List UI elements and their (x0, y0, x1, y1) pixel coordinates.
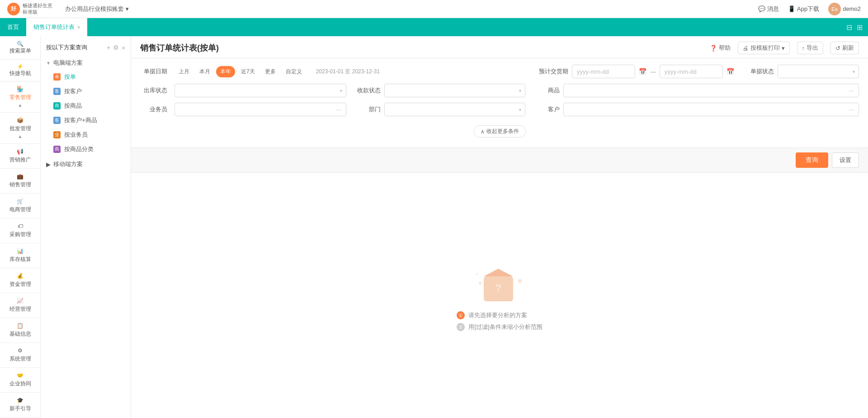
print-icon: 🖨 (743, 45, 749, 52)
minimize-button[interactable]: ⊟ (846, 23, 852, 32)
collapse-button[interactable]: ∧ 收起更多条件 (474, 125, 526, 138)
chevron-icon: ▲ (18, 134, 23, 139)
quick-nav-button[interactable]: ⚡ 快捷导航 (0, 60, 40, 81)
finance-icon: 💰 (17, 273, 24, 279)
calendar-icon-2[interactable]: 📅 (726, 68, 734, 75)
retail-icon: 🏪 (17, 86, 24, 92)
out-status-select-wrapper: ▾ (175, 84, 346, 97)
left-panel-header: 按以下方案查询 + ⚙ « (41, 41, 131, 54)
svg-point-4 (476, 273, 478, 275)
sidebar-item-inventory[interactable]: 📊 库存核算 (0, 243, 40, 268)
sidebar-item-retail[interactable]: 🏪 零售管理 ▲ (0, 81, 40, 113)
purchase-icon: 🏷 (18, 223, 23, 229)
enterprise-icon: 🤝 (17, 372, 24, 379)
goods-select[interactable]: ··· (563, 84, 859, 97)
collapse-row: ∧ 收起更多条件 (140, 122, 859, 141)
sidebar: 🔍 搜索菜单 ⚡ 快捷导航 🏪 零售管理 ▲ 📦 批发管理 ▲ 📢 营销推广 💼… (0, 36, 41, 418)
date-btn-this-month[interactable]: 本月 (195, 66, 214, 77)
status-select[interactable]: ▾ (778, 65, 859, 78)
calendar-icon[interactable]: 📅 (639, 68, 646, 75)
dept-select[interactable]: ▾ (384, 103, 525, 116)
customer-dots-icon: ··· (849, 106, 854, 113)
date-btn-this-year[interactable]: 本年 (216, 66, 235, 77)
inventory-icon: 📊 (17, 248, 24, 254)
out-status-select[interactable]: ▾ (175, 84, 346, 97)
scheme-item-by-customer-goods[interactable]: 客 按客户+商品 (41, 113, 131, 128)
scheme-item-by-goods[interactable]: 商 按商品 (41, 99, 131, 113)
scheme-icon-salesperson: 业 (53, 131, 61, 138)
download-link[interactable]: 📱 App下载 (788, 5, 819, 13)
logo-area: 好 畅捷通好生意 标准版 (7, 3, 52, 15)
tab-active[interactable]: 销售订单统计表 × (26, 18, 87, 36)
receipt-status-select[interactable]: ▾ (384, 84, 525, 97)
goods-dots-icon: ··· (849, 87, 854, 94)
hint-num-2: ② (457, 323, 465, 331)
pc-group-header[interactable]: ▼ 电脑端方案 (41, 56, 131, 70)
message-icon: 💬 (758, 5, 765, 12)
sidebar-item-guide[interactable]: 🎓 新手引导 (0, 393, 40, 418)
sidebar-item-purchase[interactable]: 🏷 采购管理 (0, 218, 40, 243)
sidebar-item-sales[interactable]: 💼 销售管理 (0, 169, 40, 194)
refresh-button[interactable]: ↺ 刷新 (830, 42, 859, 54)
scheme-icon-customer: 客 (53, 88, 61, 95)
sidebar-item-basic[interactable]: 📋 基础信息 (0, 318, 40, 343)
user-area[interactable]: Ea demo2 (828, 3, 861, 15)
empty-illustration: ? (470, 256, 529, 306)
mobile-group-header[interactable]: ▶ 移动端方案 (41, 157, 131, 171)
app-selector[interactable]: 办公用品行业模拟账套 ▾ (65, 5, 129, 13)
sidebar-item-system[interactable]: ⚙ 系统管理 (0, 343, 40, 368)
customer-input[interactable]: ··· (563, 103, 859, 116)
sidebar-item-marketing[interactable]: 📢 营销推广 (0, 144, 40, 169)
receipt-status-label: 收款状态 (354, 86, 381, 95)
date-btn-last-month[interactable]: 上月 (175, 66, 193, 77)
export-button[interactable]: ↑ 导出 (797, 42, 824, 54)
help-button[interactable]: ❓ 帮助 (710, 44, 731, 52)
empty-hint-2: ② 用[过滤]条件来缩小分析范围 (457, 323, 542, 331)
scheme-item-by-customer[interactable]: 客 按客户 (41, 84, 131, 99)
mobile-scheme-group: ▶ 移动端方案 (41, 157, 131, 171)
query-button[interactable]: 查询 (796, 152, 828, 168)
date-btn-7days[interactable]: 近7天 (237, 66, 259, 77)
filter-row-date: 单据日期 上月 本月 本年 近7天 更多 自定义 2023-01-01 至 20… (140, 65, 859, 78)
scheme-item-by-salesperson[interactable]: 业 按业务员 (41, 128, 131, 142)
collapse-panel-button[interactable]: « (122, 44, 125, 51)
system-icon: ⚙ (18, 347, 23, 354)
tab-actions: ⊟ ⊞ (841, 18, 868, 36)
scheme-item-by-category[interactable]: 商 按商品分类 (41, 142, 131, 157)
content-area: 按以下方案查询 + ⚙ « ▼ 电脑端方案 单 按单 客 按客户 (41, 36, 868, 418)
date-btn-more[interactable]: 更多 (261, 66, 280, 77)
sidebar-item-ecommerce[interactable]: 🛒 电商管理 (0, 194, 40, 218)
scheme-icon-order: 单 (53, 73, 61, 81)
salesperson-label: 业务员 (140, 105, 167, 114)
sidebar-item-finance[interactable]: 💰 资金管理 (0, 268, 40, 293)
nav-icon: ⚡ (17, 63, 24, 70)
date-range-display: 2023-01-01 至 2023-12-31 (316, 68, 380, 76)
group-arrow-icon: ▼ (46, 61, 51, 66)
tab-home[interactable]: 首页 (0, 18, 26, 36)
sidebar-item-wholesale[interactable]: 📦 批发管理 ▲ (0, 113, 40, 144)
salesperson-input[interactable]: ··· (175, 103, 346, 116)
scheme-settings-button[interactable]: ⚙ (113, 44, 119, 51)
maximize-button[interactable]: ⊞ (857, 23, 863, 32)
page-header: 销售订单统计表(按单) ❓ 帮助 🖨 按模板打印 ▾ ↑ 导出 (131, 36, 868, 58)
tab-spacer (87, 18, 841, 36)
message-link[interactable]: 💬 消息 (758, 5, 779, 13)
hint-num-1: ① (457, 311, 465, 319)
add-scheme-button[interactable]: + (107, 44, 110, 51)
scheme-item-by-order[interactable]: 单 按单 (41, 70, 131, 84)
status-select-wrapper: ▾ (778, 65, 859, 78)
search-menu-button[interactable]: 🔍 搜索菜单 (0, 36, 40, 60)
chevron-down-icon: ▾ (126, 5, 129, 12)
tab-close-button[interactable]: × (77, 24, 80, 30)
filter-row-person: 业务员 ··· 部门 ▾ 客户 ··· (140, 103, 859, 116)
date-btn-custom[interactable]: 自定义 (282, 66, 306, 77)
sidebar-item-enterprise[interactable]: 🤝 企业协同 (0, 368, 40, 393)
print-button[interactable]: 🖨 按模板打印 ▾ (738, 42, 790, 54)
sidebar-item-management[interactable]: 📈 经营管理 (0, 293, 40, 318)
expected-date-end-input[interactable] (660, 65, 723, 78)
left-panel: 按以下方案查询 + ⚙ « ▼ 电脑端方案 单 按单 客 按客户 (41, 36, 131, 418)
expected-date-start-input[interactable] (572, 65, 635, 78)
left-panel-actions: + ⚙ « (107, 44, 125, 51)
settings-button[interactable]: 设置 (832, 152, 859, 168)
guide-icon: 🎓 (17, 397, 24, 404)
